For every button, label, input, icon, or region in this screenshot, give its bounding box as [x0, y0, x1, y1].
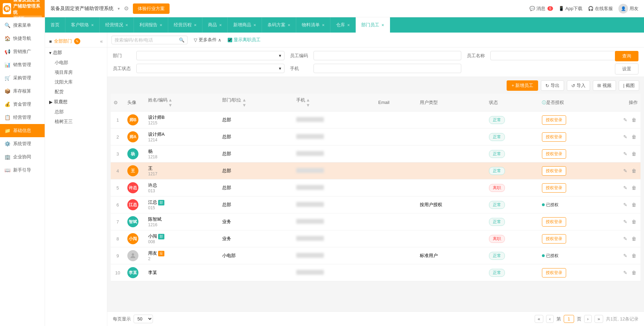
- delete-button[interactable]: 🗑: [630, 252, 638, 259]
- tab-goods[interactable]: 商品✕: [202, 17, 228, 33]
- close-icon[interactable]: ✕: [322, 23, 325, 27]
- delete-button[interactable]: 🗑: [630, 133, 638, 140]
- tab-barcode[interactable]: 条码方案✕: [262, 17, 296, 33]
- close-icon[interactable]: ✕: [125, 23, 128, 27]
- tab-history[interactable]: 经营历程✕: [168, 17, 202, 33]
- tab-profit[interactable]: 利润报告✕: [134, 17, 168, 33]
- export-button[interactable]: ↻ 导出: [541, 80, 564, 91]
- sidebar-item-shortcut[interactable]: 🏠 快捷导航: [0, 32, 45, 45]
- close-icon[interactable]: ✕: [381, 23, 384, 27]
- user-menu[interactable]: 👤 用友: [618, 4, 638, 14]
- edit-button[interactable]: ✎: [622, 201, 629, 208]
- delete-button[interactable]: 🗑: [630, 167, 638, 174]
- tree-leaf-head[interactable]: 总部: [45, 107, 107, 117]
- first-page-button[interactable]: «: [535, 315, 543, 323]
- dept-filter-select[interactable]: ▾: [136, 51, 284, 60]
- message-button[interactable]: 💬 消息 6: [529, 6, 553, 12]
- tab-warehouse[interactable]: 仓库✕: [330, 17, 356, 33]
- online-service-button[interactable]: 🎧 在线客服: [588, 6, 613, 12]
- edit-dept-button[interactable]: ✎: [74, 38, 80, 44]
- edit-button[interactable]: ✎: [622, 235, 629, 242]
- close-icon[interactable]: ✕: [219, 23, 222, 27]
- tree-group-label[interactable]: ▾ 总部: [45, 47, 107, 58]
- authorize-button[interactable]: 授权登录: [542, 234, 566, 244]
- authorize-button[interactable]: 授权登录: [542, 166, 566, 176]
- close-icon[interactable]: ✕: [194, 23, 197, 27]
- sidebar-item-operation[interactable]: 📋 经营管理: [0, 111, 45, 124]
- show-resigned-checkbox[interactable]: [228, 38, 232, 42]
- sidebar-item-search[interactable]: 🔍 搜索菜单: [0, 19, 45, 32]
- add-employee-button[interactable]: + 新增员工: [507, 80, 538, 91]
- dropdown-arrow-icon[interactable]: ▾: [118, 6, 120, 11]
- import-button[interactable]: ↺ 导入: [567, 80, 590, 91]
- tab-new-goods[interactable]: 新增商品✕: [228, 17, 262, 33]
- emp-code-input[interactable]: [314, 51, 462, 60]
- sidebar-item-company[interactable]: 🏢 企业协同: [0, 150, 45, 164]
- trial-button[interactable]: 体验行业方案: [133, 3, 170, 14]
- close-icon[interactable]: ✕: [160, 23, 162, 27]
- tree-child-project[interactable]: 项目库房: [45, 68, 107, 77]
- sidebar-item-marketing[interactable]: 📢 营销推广: [0, 45, 45, 58]
- next-page-button[interactable]: ›: [584, 315, 592, 323]
- edit-button[interactable]: ✎: [622, 150, 629, 157]
- tab-operation[interactable]: 经营情况✕: [100, 17, 134, 33]
- authorize-button[interactable]: 授权登录: [542, 183, 566, 193]
- edit-button[interactable]: ✎: [622, 218, 629, 225]
- last-page-button[interactable]: »: [595, 315, 603, 323]
- authorize-button[interactable]: 授权登录: [542, 268, 566, 277]
- edit-button[interactable]: ✎: [622, 133, 629, 140]
- sidebar-item-guide[interactable]: 📖 新手引导: [0, 164, 45, 177]
- authorize-button[interactable]: 授权登录: [542, 149, 566, 159]
- status-filter-select[interactable]: ▾: [136, 64, 284, 73]
- search-input[interactable]: [115, 37, 177, 43]
- delete-button[interactable]: 🗑: [630, 116, 638, 123]
- delete-button[interactable]: 🗑: [630, 269, 638, 276]
- delete-button[interactable]: 🗑: [630, 201, 638, 208]
- tab-bom[interactable]: 物料清单✕: [296, 17, 330, 33]
- sidebar-item-sales[interactable]: 📊 销售管理: [0, 58, 45, 71]
- edit-button[interactable]: ✎: [622, 116, 629, 123]
- close-icon[interactable]: ✕: [91, 23, 94, 27]
- edit-button[interactable]: ✎: [622, 184, 629, 191]
- app-download-button[interactable]: 📱 App下载: [559, 6, 582, 12]
- tab-home[interactable]: 首页: [45, 17, 65, 33]
- edit-button[interactable]: ✎: [622, 252, 629, 259]
- collapse-icon[interactable]: «: [100, 38, 103, 44]
- close-icon[interactable]: ✕: [288, 23, 290, 27]
- sidebar-item-system[interactable]: ⚙️ 系统管理: [0, 137, 45, 150]
- close-icon[interactable]: ✕: [347, 23, 350, 27]
- view-button[interactable]: ⊞ 视频: [593, 80, 616, 91]
- sidebar-item-finance[interactable]: 💰 资金管理: [0, 98, 45, 111]
- delete-button[interactable]: 🗑: [630, 150, 638, 157]
- tree-child-distribution[interactable]: 配货: [45, 87, 107, 97]
- more-filter-button[interactable]: ▽ 更多条件 ∧: [191, 35, 224, 44]
- phone-input[interactable]: [314, 64, 462, 73]
- sort-icon[interactable]: ▲▼: [242, 97, 246, 108]
- sidebar-item-inventory[interactable]: 📦 库存核算: [0, 85, 45, 98]
- tab-employee[interactable]: 部门员工✕: [356, 17, 390, 33]
- edit-button[interactable]: ✎: [622, 167, 629, 174]
- set-button[interactable]: 设置: [615, 63, 638, 74]
- delete-button[interactable]: 🗑: [630, 184, 638, 191]
- search-icon[interactable]: 🔍: [179, 37, 184, 43]
- prev-page-button[interactable]: ‹: [546, 315, 554, 323]
- query-button[interactable]: 查询: [615, 51, 638, 61]
- tree-group-label[interactable]: ▶ 双鹿想: [45, 97, 107, 107]
- more-button[interactable]: | 截图: [619, 80, 639, 91]
- sidebar-item-basic[interactable]: 📁 基础信息: [0, 124, 45, 137]
- delete-button[interactable]: 🗑: [630, 235, 638, 242]
- show-resigned-toggle[interactable]: 显示离职员工: [228, 37, 261, 43]
- page-size-select[interactable]: 50 100: [134, 315, 153, 323]
- close-icon[interactable]: ✕: [253, 23, 256, 27]
- sidebar-item-purchase[interactable]: 🛒 采购管理: [0, 71, 45, 85]
- settings-icon[interactable]: ⚙: [124, 5, 129, 12]
- authorize-button[interactable]: 授权登录: [542, 217, 566, 227]
- settings-icon[interactable]: ⚙: [114, 100, 118, 105]
- authorize-button[interactable]: 授权登录: [542, 132, 566, 142]
- sort-icon[interactable]: ▲▼: [168, 97, 173, 108]
- tree-leaf-zhishu[interactable]: 植树王三: [45, 117, 107, 126]
- tab-customer[interactable]: 客户联络✕: [65, 17, 100, 33]
- tree-child-small-elec[interactable]: 小电部: [45, 58, 107, 68]
- edit-button[interactable]: ✎: [622, 269, 629, 276]
- tree-child-shenyang[interactable]: 沈阳大库: [45, 77, 107, 87]
